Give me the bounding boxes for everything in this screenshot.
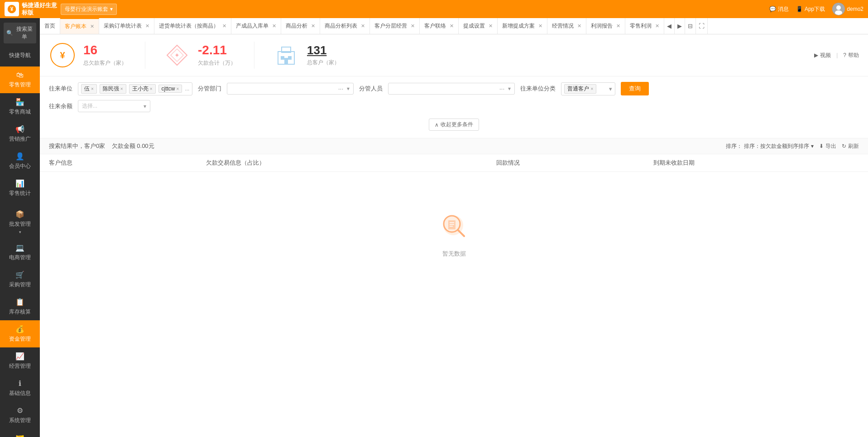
category-filter-tags[interactable]: 普通客户 × ▾ [561,82,615,95]
tag-wu-close-icon[interactable]: × [91,86,94,91]
user-menu[interactable]: demo2 [832,3,863,15]
result-bar: 搜索结果中，客户0家 欠款金额 0.00元 排序： 排序：按欠款金额到序排序 ▾ [40,138,868,154]
tab-finished-goods[interactable]: 产成品入库单 ✕ [231,18,281,34]
tab-customer-contact[interactable]: 客户联络 ✕ [420,18,459,34]
filter-row-1: 往来单位 伍 × 陈民强 × [49,82,859,95]
message-button[interactable]: 💬 消息 [769,5,789,13]
tab-close-icon[interactable]: ✕ [272,23,276,29]
sidebar-item-retail-mall[interactable]: 🏪 零售商城 [0,93,40,120]
tab-inbound-stats[interactable]: 进货单统计表（按商品） ✕ [154,18,231,34]
sidebar-quick-nav[interactable]: 快捷导航 [0,48,40,63]
sidebar-item-system[interactable]: ⚙ 系统管理 [0,402,40,429]
tab-close-icon[interactable]: ✕ [145,23,149,29]
tab-profit-report[interactable]: 利润报告 ✕ [586,18,625,34]
sidebar-item-retail-stats[interactable]: 📊 零售统计 [0,175,40,202]
basic-info-icon: ℹ [19,379,21,388]
svg-rect-12 [281,56,284,60]
tab-close-icon[interactable]: ✕ [538,23,542,29]
tab-prev-button[interactable]: ◀ [664,18,675,34]
tab-commission-settings[interactable]: 提成设置 ✕ [459,18,498,34]
sidebar-item-marketing[interactable]: 📢 营销推广 [0,120,40,147]
sidebar-item-operations[interactable]: 📈 经营管理 [0,347,40,375]
download-icon: 📱 [796,6,803,12]
search-menu-button[interactable]: 🔍 搜索菜单 [4,23,36,43]
tab-next-button[interactable]: ▶ [675,18,685,34]
unit-filter-tags[interactable]: 伍 × 陈民强 × 王小亮 × [78,82,192,95]
tab-close-icon[interactable]: ✕ [222,23,226,29]
sidebar-item-retail-management[interactable]: 🛍 零售管理 [0,66,40,93]
app-download-button[interactable]: 📱 App下载 [796,5,825,13]
stat-label-debt: 欠款合计（万） [198,59,236,67]
svg-point-4 [835,10,842,15]
tab-customer-tier[interactable]: 客户分层经营 ✕ [370,18,420,34]
department-filter-select[interactable]: ··· ▾ [227,83,354,95]
tab-product-analysis-list[interactable]: 商品分析列表 ✕ [320,18,370,34]
sidebar-item-finance[interactable]: 💰 资金管理 [0,320,40,347]
tab-close-icon[interactable]: ✕ [450,23,454,29]
tab-close-icon[interactable]: ✕ [616,23,620,29]
question-icon: ? [843,52,846,58]
tab-customer-ledger[interactable]: 客户账本 ✕ [60,18,99,34]
tag-wu[interactable]: 伍 × [81,84,97,94]
filter-row-2: 往来余额 选择... ▾ [49,100,859,112]
tag-wang-close-icon[interactable]: × [150,86,153,91]
export-button[interactable]: ⬇ 导出 [819,142,836,150]
tab-close-icon[interactable]: ✕ [489,23,493,29]
refresh-button[interactable]: ↻ 刷新 [842,142,859,150]
member-icon: 👤 [15,152,24,161]
sort-select[interactable]: 排序： 排序：按欠款金额到序排序 ▾ [726,142,814,150]
tag-more-button[interactable]: ... [185,86,189,92]
sidebar-search-area: 🔍 搜索菜单 [0,18,40,48]
tab-add-commission-plan[interactable]: 新增提成方案 ✕ [498,18,547,34]
top-bar-left: ¥ 畅捷通好生意 标版 母婴行业演示账套 ▾ [5,2,117,16]
tab-purchase-order-stats[interactable]: 采购订单统计表 ✕ [99,18,154,34]
tag-cjttcw-close-icon[interactable]: × [177,86,179,91]
tab-fullscreen-button[interactable]: ⛶ [696,18,708,34]
wholesale-icon: 📦 [15,210,24,218]
collapse-button[interactable]: ∧ 收起更多条件 [429,119,479,131]
sidebar-item-basic-info[interactable]: ℹ 基础信息 [0,375,40,402]
sidebar-item-enterprise-collab[interactable]: 🤝 企业协同 [0,429,40,437]
balance-filter-select[interactable]: 选择... ▾ [78,100,150,112]
video-button[interactable]: ▶ 视频 [814,52,831,59]
tab-retail-profit[interactable]: 零售利润 ✕ [625,18,664,34]
stat-label-total: 总客户（家） [307,59,340,66]
person-dots[interactable]: ··· [498,85,507,92]
stat-number-customers: 16 [83,43,127,57]
tag-wang[interactable]: 王小亮 × [129,84,156,94]
person-filter-select[interactable]: ··· ▾ [388,83,515,95]
sidebar-item-wholesale[interactable]: 📦 批发管理 ▾ [0,205,40,239]
tab-product-analysis[interactable]: 商品分析 ✕ [281,18,320,34]
operations-icon: 📈 [15,352,24,361]
account-selector[interactable]: 母婴行业演示账套 ▾ [61,4,117,15]
logo-icon: ¥ [5,2,19,16]
help-button[interactable]: ? 帮助 [843,52,859,59]
tab-close-icon[interactable]: ✕ [361,23,365,29]
stat-icon-total-customers [273,42,300,69]
tab-close-icon[interactable]: ✕ [577,23,581,29]
tag-category-close-icon[interactable]: × [590,86,593,91]
tab-close-icon[interactable]: ✕ [655,23,659,29]
category-arrow-icon: ▾ [609,86,612,92]
tab-close-icon[interactable]: ✕ [411,23,415,29]
tag-cjttcw[interactable]: cjttcw × [158,85,182,93]
tab-home[interactable]: 首页 [40,18,60,34]
tag-chen-close-icon[interactable]: × [120,86,123,91]
tab-menu-button[interactable]: ⊟ [685,18,696,34]
tab-business-status[interactable]: 经营情况 ✕ [547,18,586,34]
stat-label-customers: 总欠款客户（家） [83,59,127,67]
tag-chen[interactable]: 陈民强 × [100,84,126,94]
refresh-icon: ↻ [842,143,846,149]
collapse-up-icon: ∧ [435,122,439,128]
department-filter-label: 分管部门 [198,85,221,93]
tab-close-icon[interactable]: ✕ [90,24,94,29]
sidebar-item-purchase[interactable]: 🛒 采购管理 [0,266,40,293]
query-button[interactable]: 查询 [621,82,649,95]
sidebar-item-inventory[interactable]: 📋 库存核算 [0,293,40,320]
sidebar-item-member-center[interactable]: 👤 会员中心 [0,147,40,175]
tag-normal-customer[interactable]: 普通客户 × [564,84,596,94]
svg-rect-13 [288,56,292,60]
department-dots[interactable]: ··· [336,85,345,92]
tab-close-icon[interactable]: ✕ [311,23,315,29]
sidebar-item-ecommerce[interactable]: 💻 电商管理 [0,239,40,266]
